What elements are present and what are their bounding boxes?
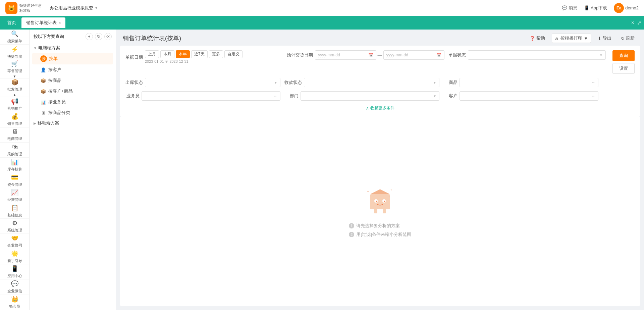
- department-select[interactable]: ▼: [301, 91, 439, 101]
- filter-row-2: 出库状态 ▼ 收款状态 ▼ 商品: [125, 78, 635, 87]
- sidebar-item-new-guide[interactable]: 🌟 新手引导: [0, 249, 29, 264]
- header-right: 💬 消息 📱 App下载 Ea demo2: [562, 3, 639, 13]
- message-button[interactable]: 💬 消息: [562, 5, 577, 11]
- refresh-scheme-button[interactable]: ↻: [95, 33, 102, 40]
- tab-sales-stats[interactable]: 销售订单统计表 ×: [21, 17, 65, 28]
- scheme-item-by-customer[interactable]: 👤 按客户: [32, 64, 113, 75]
- receipt-status-group: 收款状态 ▼: [284, 78, 439, 87]
- sidebar-finance-label: 资金管理: [7, 182, 22, 187]
- scheme-item-by-salesperson[interactable]: 📊 按业务员: [32, 97, 113, 107]
- export-button[interactable]: ⬇ 导出: [595, 34, 614, 43]
- product-group: 商品 ···: [443, 78, 598, 87]
- product-label: 商品: [443, 80, 458, 86]
- sidebar-item-corp-wechat[interactable]: 💬 企业微信: [0, 279, 29, 295]
- customer-label: 客户: [443, 93, 458, 99]
- sidebar-item-ops-mgmt[interactable]: 📈 经营管理: [0, 188, 29, 203]
- mobile-group-label: 移动端方案: [38, 120, 59, 126]
- collapse-hint[interactable]: ∧ 收起更多条件: [125, 103, 635, 114]
- desktop-group-arrow-icon: ▼: [34, 46, 37, 50]
- retail-icon: 🛒: [11, 60, 18, 67]
- sidebar-item-basic-info[interactable]: 📋 基础信息: [0, 203, 29, 218]
- scheme-group-mobile-header[interactable]: ▶ 移动端方案: [32, 118, 113, 128]
- sidebar-item-vip-member[interactable]: 👑 畅会员: [0, 295, 29, 310]
- scheme-item-by-product[interactable]: 📦 按商品: [32, 75, 113, 86]
- out-status-select[interactable]: ▼: [145, 78, 280, 87]
- this-year-btn[interactable]: 本年: [176, 50, 190, 58]
- vip-icon: 👑: [11, 296, 18, 303]
- expected-date-label: 预计交货日期: [287, 52, 313, 58]
- scheme-item-by-customer-product[interactable]: 📦 按客户+商品: [32, 86, 113, 97]
- scheme-item-by-order[interactable]: 按 按单: [32, 53, 113, 64]
- scheme-item-by-product-cat[interactable]: ⊞ 按商品分类: [32, 107, 113, 118]
- last-month-btn[interactable]: 上月: [145, 50, 159, 58]
- sidebar-item-sys-mgmt[interactable]: ⚙ 系统管理: [0, 219, 29, 234]
- sidebar-item-app-center[interactable]: 📱 应用中心: [0, 264, 29, 279]
- calendar-icon-to: 📅: [436, 53, 441, 57]
- sidebar-item-finance-mgmt[interactable]: 💳 资金管理: [0, 173, 29, 188]
- collapse-icon: ∧: [366, 106, 369, 111]
- retail-arrow-icon: ▼: [13, 74, 16, 78]
- sidebar-item-inventory[interactable]: 📊 库存核算: [0, 158, 29, 173]
- sidebar-item-ecom-mgmt[interactable]: 🖥 电商管理: [0, 127, 29, 143]
- date-quick-buttons: 上月 本月 本年 近7天 更多 自定义: [145, 50, 283, 58]
- scheme-group-desktop-header[interactable]: ▼ 电脑端方案: [32, 43, 113, 53]
- last-7-days-btn[interactable]: 近7天: [191, 50, 208, 58]
- sidebar-item-marketing[interactable]: 📢 营销推广: [0, 97, 29, 112]
- receipt-status-arrow-icon: ▼: [433, 81, 436, 85]
- corp-wechat-icon: 💬: [11, 280, 18, 288]
- empty-text-list: 1 请先选择要分析的方案 2 用[过滤]条件来缩小分析范围: [349, 223, 411, 240]
- custom-btn[interactable]: 自定义: [224, 50, 243, 58]
- filter-row-3: 业务员 ··· 部门 ▼ 客户: [125, 91, 635, 101]
- product-select[interactable]: ···: [460, 78, 598, 87]
- collapse-panel-button[interactable]: <<: [104, 33, 112, 40]
- user-menu-button[interactable]: Ea demo2: [614, 3, 639, 13]
- sidebar-new-guide-label: 新手引导: [7, 258, 22, 263]
- expected-date-to[interactable]: yyyy-mm-dd 📅: [383, 50, 444, 60]
- sales-icon: 💰: [11, 113, 18, 120]
- tab-window-buttons: × ⤢: [631, 20, 641, 26]
- sidebar-item-corp-coop[interactable]: 🤝 企业协同: [0, 234, 29, 249]
- more-btn[interactable]: 更多: [209, 50, 223, 58]
- desktop-group-label: 电脑端方案: [38, 45, 60, 51]
- tab-home-label: 首页: [7, 20, 16, 26]
- status-select[interactable]: ▼: [468, 50, 606, 60]
- print-icon: 🖨: [555, 36, 559, 41]
- receipt-status-select[interactable]: ▼: [304, 78, 439, 87]
- refresh-icon: ↻: [621, 36, 625, 41]
- setting-button[interactable]: 设置: [612, 63, 635, 74]
- salesperson-dots[interactable]: ···: [274, 94, 277, 98]
- logo-text: 畅捷通好生意 标准版: [19, 3, 42, 13]
- tab-home[interactable]: 首页: [3, 17, 21, 28]
- wholesale-arrow-icon: ▲: [13, 93, 16, 97]
- customer-select[interactable]: ···: [460, 91, 598, 101]
- breadcrumb[interactable]: 办公用品行业模拟账套 ▼: [50, 5, 98, 11]
- left-panel-actions: + ↻ <<: [86, 33, 112, 40]
- add-scheme-button[interactable]: +: [86, 33, 93, 40]
- sidebar-item-retail-mgmt[interactable]: 🛒 零售管理 ▼: [0, 60, 29, 79]
- sidebar-item-purchase-mgmt[interactable]: 🛍 采购管理: [0, 143, 29, 158]
- sidebar-item-sales-mgmt[interactable]: 💰 销售管理: [0, 112, 29, 127]
- svg-point-4: [384, 201, 385, 202]
- out-status-label: 出库状态: [125, 80, 143, 86]
- this-month-btn[interactable]: 本月: [160, 50, 174, 58]
- help-button[interactable]: ❓ 帮助: [527, 34, 548, 43]
- window-close-button[interactable]: ×: [631, 20, 634, 26]
- app-download-button[interactable]: 📱 App下载: [584, 5, 607, 11]
- empty-hint-2: 2 用[过滤]条件来缩小分析范围: [349, 231, 411, 238]
- query-button[interactable]: 查询: [612, 50, 635, 61]
- app-center-icon: 📱: [11, 265, 18, 272]
- customer-dots[interactable]: ···: [592, 94, 595, 98]
- expected-date-from[interactable]: yyyy-mm-dd 📅: [315, 50, 376, 60]
- customer-group: 客户 ···: [443, 91, 598, 101]
- salesperson-select[interactable]: ···: [142, 91, 280, 101]
- by-salesperson-label: 按业务员: [48, 99, 66, 105]
- sidebar-item-search-menu[interactable]: 🔍 搜索菜单: [0, 30, 29, 45]
- product-dots[interactable]: ···: [592, 80, 595, 85]
- window-maximize-button[interactable]: ⤢: [637, 20, 641, 26]
- print-button[interactable]: 🖨 按模板打印 ▼: [552, 34, 591, 43]
- sidebar-item-wholesale-mgmt[interactable]: 📦 批发管理 ▲: [0, 79, 29, 97]
- sidebar-item-quick-nav[interactable]: ⚡ 快捷导航: [0, 45, 29, 60]
- svg-rect-9: [383, 209, 386, 213]
- refresh-button[interactable]: ↻ 刷新: [618, 34, 637, 43]
- tab-close-icon[interactable]: ×: [59, 21, 61, 25]
